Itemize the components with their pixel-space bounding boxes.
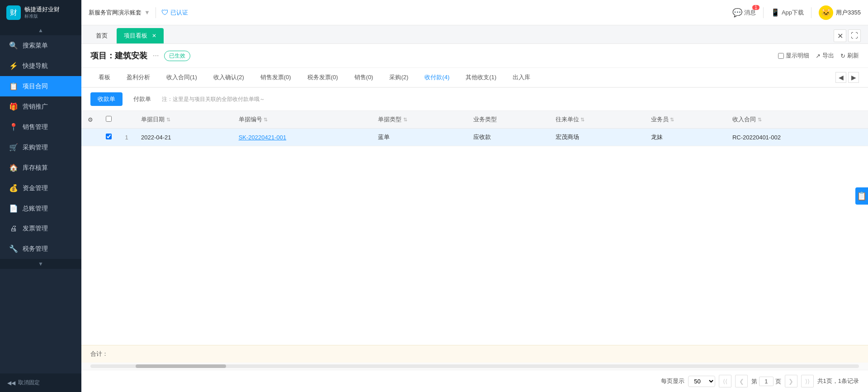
refresh-button[interactable]: ↻ 刷新	[840, 52, 859, 60]
row-checkbox-cell[interactable]	[99, 129, 118, 146]
sort-type-icon: ⇅	[403, 117, 407, 122]
content-area: 项目：建筑安装 ··· 已生效 显示明细 ↗ 导出 ↻ 刷新	[81, 44, 868, 392]
purchase-icon: 🛒	[9, 143, 18, 152]
sidebar-item-search[interactable]: 🔍 搜索菜单	[0, 35, 81, 56]
subtab-next-button[interactable]: ▶	[848, 72, 859, 83]
sidebar-item-label-ledger: 总账管理	[23, 205, 48, 213]
user-label: 用户3355	[836, 9, 861, 17]
th-partner[interactable]: 往来单位 ⇅	[550, 111, 646, 129]
row-code-cell[interactable]: SK-20220421-001	[233, 129, 373, 146]
pagination-first-button[interactable]: ⟨⟨	[719, 375, 731, 387]
tab-project-board[interactable]: 项目看板 ✕	[117, 28, 164, 43]
user-menu[interactable]: 🐱 用户3355	[819, 5, 861, 20]
tab-receive[interactable]: 收款单	[90, 92, 123, 106]
subtab-inout[interactable]: 出入库	[505, 68, 538, 88]
topbar-divider2	[763, 7, 764, 18]
show-detail-checkbox[interactable]	[778, 53, 784, 59]
app-download-button[interactable]: 📱 App下载	[771, 8, 804, 17]
pagination-next-button[interactable]: ❯	[785, 375, 797, 387]
sidebar-item-sales[interactable]: 📍 销售管理	[0, 117, 81, 137]
table-body: 1 2022-04-21 SK-20220421-001 蓝单 应收款 宏茂商场…	[81, 129, 868, 146]
project-more-button[interactable]: ···	[153, 52, 159, 60]
sidebar-scroll-up-icon[interactable]: ▲	[38, 27, 43, 33]
sort-salesman-icon: ⇅	[670, 117, 674, 122]
project-actions: 显示明细 ↗ 导出 ↻ 刷新	[778, 52, 859, 60]
th-type[interactable]: 单据类型 ⇅	[373, 111, 468, 129]
pagination-prev-button[interactable]: ❮	[735, 375, 748, 387]
ledger-icon: 📄	[9, 204, 18, 213]
message-icon: 💬	[732, 8, 742, 18]
th-settings[interactable]: ⚙	[81, 111, 99, 129]
sidebar-item-inventory[interactable]: 🏠 库存核算	[0, 158, 81, 178]
subtab-income-contract[interactable]: 收入合同(1)	[158, 68, 205, 88]
row-num-cell: 1	[118, 129, 136, 146]
sidebar-item-marketing[interactable]: 🎁 营销推广	[0, 96, 81, 117]
sidebar-scroll-down-icon[interactable]: ▼	[38, 261, 43, 267]
export-button[interactable]: ↗ 导出	[816, 52, 834, 60]
export-label: 导出	[822, 52, 834, 60]
subtab-board[interactable]: 看板	[90, 68, 118, 88]
th-code[interactable]: 单据编号 ⇅	[233, 111, 373, 129]
project-selector[interactable]: 新服务官网演示账套 ▼	[89, 9, 150, 17]
per-page-select[interactable]: 50 10 20 100	[688, 376, 715, 387]
table-scrollbar[interactable]	[81, 363, 868, 370]
subtab-income-confirm[interactable]: 收入确认(2)	[205, 68, 252, 88]
sidebar-item-quicknav[interactable]: ⚡ 快捷导航	[0, 56, 81, 76]
app-name-block: 畅捷通好业财 标准版	[24, 6, 60, 20]
th-salesman[interactable]: 业务员 ⇅	[646, 111, 727, 129]
row-settings-cell	[81, 129, 99, 146]
refresh-icon: ↻	[840, 53, 845, 59]
subtab-purchase[interactable]: 采购(2)	[381, 68, 416, 88]
main-area: 新服务官网演示账套 ▼ 🛡 已认证 💬 消息 1 📱 App下载 🐱 用户335…	[81, 0, 868, 392]
marketing-icon: 🎁	[9, 102, 18, 111]
subtab-profit[interactable]: 盈利分析	[118, 68, 158, 88]
subtab-prev-button[interactable]: ◀	[835, 72, 846, 83]
topbar-divider3	[811, 7, 811, 18]
window-close-button[interactable]: ✕	[834, 29, 846, 42]
sidebar-item-project[interactable]: 📋 项目合同	[0, 76, 81, 96]
message-button[interactable]: 💬 消息 1	[732, 8, 756, 18]
show-detail-toggle[interactable]: 显示明细	[778, 52, 809, 60]
tab-pay[interactable]: 付款单	[126, 92, 158, 106]
content-tab-note: 注：这里是与项目关联的全部收付款单哦～	[162, 96, 265, 103]
project-name-title: 建筑安装	[115, 51, 147, 60]
window-maximize-button[interactable]: ⛶	[848, 29, 861, 42]
subtab-sales[interactable]: 销售(0)	[346, 68, 382, 88]
sidebar-unpin-button[interactable]: ◀◀ 取消固定	[0, 373, 81, 392]
sidebar-item-finance[interactable]: 💰 资金管理	[0, 178, 81, 198]
sidebar-item-ledger[interactable]: 📄 总账管理	[0, 198, 81, 219]
tab-close-icon[interactable]: ✕	[152, 33, 156, 39]
project-icon: 📋	[9, 82, 18, 91]
pagination-last-button[interactable]: ⟩⟩	[801, 375, 814, 387]
row-checkbox[interactable]	[106, 134, 112, 139]
subtab-other[interactable]: 其他收支(1)	[458, 68, 505, 88]
th-contract[interactable]: 收入合同 ⇅	[727, 111, 868, 129]
sidebar-item-purchase[interactable]: 🛒 采购管理	[0, 137, 81, 158]
sidebar-item-tax[interactable]: 🔧 税务管理	[0, 239, 81, 259]
topbar: 新服务官网演示账套 ▼ 🛡 已认证 💬 消息 1 📱 App下载 🐱 用户335…	[81, 0, 868, 25]
app-download-label: App下载	[782, 9, 804, 17]
sidebar-item-invoice[interactable]: 🖨 发票管理	[0, 219, 81, 239]
app-name: 畅捷通好业财	[24, 6, 60, 14]
total-label: 合计：	[90, 350, 108, 357]
th-checkbox	[99, 111, 118, 129]
app-logo: 财 畅捷通好业财 标准版	[0, 0, 81, 25]
subtab-tax-invoice[interactable]: 税务发票(0)	[299, 68, 346, 88]
row-type-cell: 蓝单	[373, 129, 468, 146]
table-container: ⚙ 单据日期 ⇅ 单据编号 ⇅	[81, 111, 868, 345]
sort-date-icon: ⇅	[166, 117, 170, 122]
subtabs: 看板 盈利分析 收入合同(1) 收入确认(2) 销售发票(0) 税务发票(0) …	[81, 68, 868, 88]
scrollbar-thumb[interactable]	[136, 364, 226, 368]
subtab-sales-invoice[interactable]: 销售发票(0)	[252, 68, 299, 88]
tax-icon: 🔧	[9, 244, 18, 253]
table-total-row: 合计：	[81, 345, 868, 363]
table-row[interactable]: 1 2022-04-21 SK-20220421-001 蓝单 应收款 宏茂商场…	[81, 129, 868, 146]
phone-icon: 📱	[771, 8, 780, 17]
subtab-payment[interactable]: 收付款(4)	[416, 68, 458, 88]
tab-home[interactable]: 首页	[89, 28, 115, 43]
pagination-page-label: 第 1 页	[751, 377, 781, 386]
select-all-checkbox[interactable]	[106, 116, 112, 122]
pagination-total: 共1页，1条记录	[817, 377, 859, 385]
th-date[interactable]: 单据日期 ⇅	[136, 111, 233, 129]
right-panel-button[interactable]: 📋	[855, 187, 868, 205]
